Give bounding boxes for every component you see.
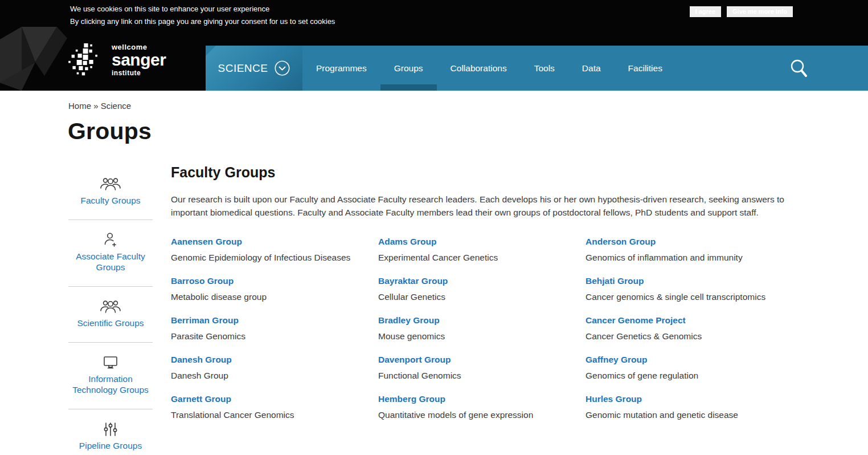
breadcrumb-science-link[interactable]: Science (101, 101, 131, 111)
nav-item-label: Programmes (316, 63, 367, 74)
group-link[interactable]: Gaffney Group (586, 355, 648, 365)
cookie-line-2: By clicking any link on this page you ar… (70, 15, 335, 28)
group-cell: Davenport GroupFunctional Genomics (378, 355, 586, 381)
page: We use cookies on this site to enhance y… (0, 0, 868, 455)
sidebar-item-scientific-groups[interactable]: Scientific Groups (68, 287, 153, 343)
group-description: Danesh Group (171, 371, 378, 381)
group-link[interactable]: Hurles Group (586, 394, 642, 404)
group-description: Experimental Cancer Genetics (378, 253, 586, 263)
group-cell: Hemberg GroupQuantitative models of gene… (378, 394, 586, 420)
cookie-agree-button[interactable]: I agree (690, 6, 721, 17)
nav-item-label: Data (582, 63, 601, 74)
group-description: Cellular Genetics (378, 292, 586, 302)
nav-item-label: Tools (534, 63, 555, 74)
group-link[interactable]: Anderson Group (586, 237, 656, 247)
group-link[interactable]: Aanensen Group (171, 237, 242, 247)
group-description: Translational Cancer Genomics (171, 410, 378, 420)
group-description: Cancer genomics & single cell transcript… (586, 292, 793, 302)
group-cell: Adams GroupExperimental Cancer Genetics (378, 237, 586, 263)
nav-item-label: Collaborations (451, 63, 507, 74)
cookie-banner: We use cookies on this site to enhance y… (0, 0, 868, 27)
search-icon (789, 58, 808, 79)
group-description: Parasite Genomics (171, 331, 378, 342)
sidebar-item-label: Faculty Groups (80, 195, 140, 206)
sidebar-item-faculty-groups[interactable]: Faculty Groups (68, 164, 153, 220)
chevron-down-icon (275, 60, 290, 76)
cookie-message: We use cookies on this site to enhance y… (70, 3, 335, 28)
section-heading: Faculty Groups (171, 164, 800, 181)
nav-item-label: Facilities (628, 63, 662, 74)
logo-line-sanger: sanger (112, 51, 166, 68)
group-link[interactable]: Barroso Group (171, 276, 234, 286)
nav-item-collaborations[interactable]: Collaborations (437, 46, 521, 91)
group-description: Mouse genomics (378, 331, 586, 342)
nav-items: ProgrammesGroupsCollaborationsToolsDataF… (302, 46, 676, 91)
group-cell: Bradley GroupMouse genomics (378, 315, 586, 342)
geometric-deco (0, 27, 74, 91)
group-link[interactable]: Davenport Group (378, 355, 451, 365)
group-cell: Danesh GroupDanesh Group (171, 355, 378, 381)
group-description: Cancer Genetics & Genomics (586, 331, 793, 342)
group-description: Functional Genomics (378, 371, 586, 381)
sidebar-item-label: Scientific Groups (77, 318, 144, 328)
group-description: Genomics of inflammation and immunity (586, 253, 793, 263)
group-link[interactable]: Behjati Group (586, 276, 644, 286)
group-cell: Aanensen GroupGenomic Epidemiology of In… (171, 237, 378, 263)
sidebar-item-associate-faculty-groups[interactable]: Associate Faculty Groups (68, 220, 153, 287)
group-link[interactable]: Danesh Group (171, 355, 232, 365)
group-link[interactable]: Bradley Group (378, 315, 440, 326)
section-intro: Our research is built upon our Faculty a… (171, 193, 800, 219)
cookie-more-info-button[interactable]: Give me more info (727, 6, 793, 17)
sliders-icon (103, 421, 118, 436)
people-icon (99, 299, 122, 314)
cookie-actions: I agree Give me more info (690, 6, 793, 17)
group-description: Genomics of gene regulation (586, 371, 793, 381)
group-cell: Hurles GroupGenomic mutation and genetic… (586, 394, 793, 420)
sanger-logo[interactable]: wellcome sanger institute (68, 43, 166, 76)
breadcrumb-separator: » (93, 101, 98, 111)
group-link[interactable]: Garnett Group (171, 394, 231, 404)
nav-item-data[interactable]: Data (568, 46, 615, 91)
site-header: We use cookies on this site to enhance y… (0, 0, 868, 91)
group-cell: Behjati GroupCancer genomics & single ce… (586, 276, 793, 302)
primary-nav: SCIENCE ProgrammesGroupsCollaborationsTo… (206, 46, 868, 91)
group-cell: Bayraktar GroupCellular Genetics (378, 276, 586, 302)
groups-grid: Aanensen GroupGenomic Epidemiology of In… (171, 237, 800, 433)
group-description: Genomic Epidemiology of Infectious Disea… (171, 253, 378, 263)
group-link[interactable]: Cancer Genome Project (586, 315, 686, 326)
group-link[interactable]: Berriman Group (171, 315, 239, 326)
science-section-tab[interactable]: SCIENCE (206, 46, 302, 91)
group-cell: Garnett GroupTranslational Cancer Genomi… (171, 394, 378, 420)
science-label: SCIENCE (218, 62, 268, 75)
nav-item-facilities[interactable]: Facilities (615, 46, 676, 91)
people-icon (99, 176, 122, 191)
nav-item-tools[interactable]: Tools (521, 46, 568, 91)
logo-wordmark: wellcome sanger institute (112, 43, 166, 76)
group-cell: Anderson GroupGenomics of inflammation a… (586, 237, 793, 263)
nav-item-groups[interactable]: Groups (380, 46, 437, 91)
groups-sidebar: Faculty GroupsAssociate Faculty GroupsSc… (68, 164, 153, 455)
group-cell: Gaffney GroupGenomics of gene regulation (586, 355, 793, 381)
monitor-icon (102, 355, 119, 369)
nav-item-programmes[interactable]: Programmes (302, 46, 380, 91)
person-plus-icon (102, 232, 119, 247)
sidebar-item-information-technology-groups[interactable]: Information Technology Groups (68, 343, 153, 409)
sidebar-item-pipeline-groups[interactable]: Pipeline Groups (68, 409, 153, 455)
nav-item-label: Groups (394, 63, 423, 74)
sidebar-item-label: Pipeline Groups (79, 440, 142, 451)
group-cell: Barroso GroupMetabolic disease group (171, 276, 378, 302)
group-link[interactable]: Adams Group (378, 237, 436, 247)
group-cell: Berriman GroupParasite Genomics (171, 315, 378, 342)
sidebar-item-label: Associate Faculty Groups (68, 251, 153, 273)
logo-line-institute: institute (112, 70, 166, 76)
sidebar-item-label: Information Technology Groups (68, 373, 153, 395)
breadcrumb-home-link[interactable]: Home (68, 101, 91, 111)
page-title: Groups (68, 118, 868, 145)
body-row: Faculty GroupsAssociate Faculty GroupsSc… (0, 164, 868, 455)
group-link[interactable]: Bayraktar Group (378, 276, 448, 286)
page-content: Home » Science Groups Faculty GroupsAsso… (0, 91, 868, 455)
group-link[interactable]: Hemberg Group (378, 394, 445, 404)
group-description: Quantitative models of gene expression (378, 410, 586, 420)
active-nav-indicator (380, 84, 437, 91)
search-button[interactable] (789, 46, 808, 91)
